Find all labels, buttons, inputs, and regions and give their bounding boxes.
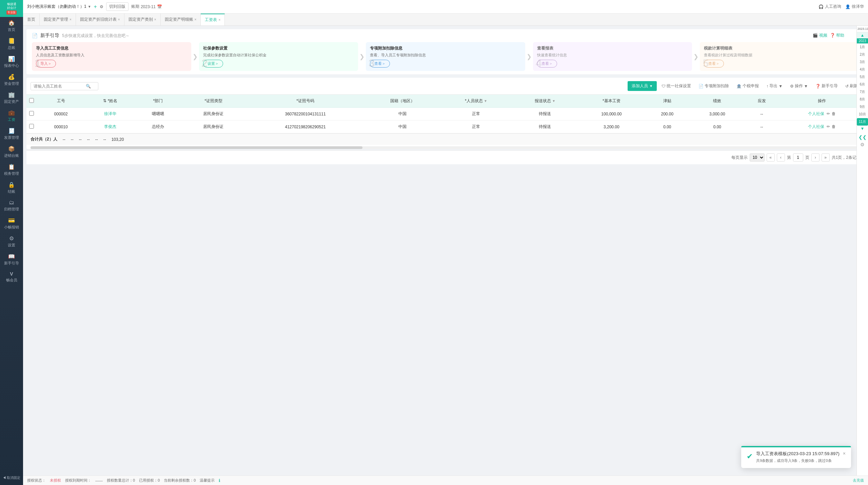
- sidebar-item-close[interactable]: 🔒 结账: [0, 179, 23, 197]
- step2-title: 社保参数设置: [203, 45, 354, 51]
- ledger-icon: 📒: [8, 38, 15, 44]
- table-row: 000010 李俊杰 总经办 居民身份证 412702198206290521: [26, 120, 434, 133]
- tab-close-icon[interactable]: ×: [218, 18, 220, 22]
- calendar-icon[interactable]: 📅: [157, 4, 162, 9]
- account-name: 刘小艳演示账套（勿删勿动！）1: [27, 4, 86, 10]
- td-nationality: 中国: [364, 108, 434, 120]
- tax-icon: 📋: [8, 164, 15, 170]
- sidebar-item-home[interactable]: 🏠 首页: [0, 17, 23, 35]
- sidebar-item-label: 税务管理: [4, 171, 19, 176]
- period-display: 账期 2023-11 📅: [131, 4, 162, 10]
- td-name: 李俊杰: [85, 120, 135, 133]
- td-checkbox: [26, 120, 37, 133]
- table-header-row: 工号 ⇅ *姓名 *部门 *证照类型 *证照号码: [26, 95, 434, 108]
- settings-btn[interactable]: ⚙: [100, 4, 103, 9]
- topbar: 刘小艳演示账套（勿删勿动！）1 ▼ + ⚙ 切到旧版 账期 2023-11 📅 …: [23, 0, 434, 14]
- funds-icon: 💰: [8, 74, 15, 80]
- sidebar-item-expense2[interactable]: 💳 小畅报销: [0, 214, 23, 232]
- wizard-title-icon: 📄: [32, 33, 38, 38]
- sidebar-item-label: 资金管理: [4, 81, 19, 86]
- tab-close-icon[interactable]: ×: [195, 18, 197, 21]
- th-id-type: *证照类型: [180, 95, 246, 108]
- sidebar-item-settings[interactable]: ⚙ 设置: [0, 232, 23, 242]
- reports-icon: 📊: [8, 56, 15, 62]
- archive-icon: 🗂: [9, 200, 14, 206]
- step3-title: 专项附加扣除信息: [370, 45, 434, 51]
- tab-depreciation[interactable]: 固定资产折旧统计表 ×: [76, 14, 124, 26]
- sidebar-item-tax[interactable]: 📋 税务管理: [0, 161, 23, 179]
- add-account-btn[interactable]: +: [94, 4, 97, 10]
- summary-value: 103,20: [112, 137, 124, 142]
- tab-close-icon[interactable]: ×: [154, 18, 156, 21]
- tab-close-icon[interactable]: ×: [118, 18, 120, 21]
- search-icon[interactable]: 🔍: [86, 84, 91, 89]
- sidebar-item-assets[interactable]: 🏢 固定资产: [0, 89, 23, 107]
- wizard-title-text: 新手引导: [40, 33, 59, 39]
- sidebar-item-reports[interactable]: 📊 报表中心: [0, 53, 23, 71]
- summary-dash2: --: [71, 137, 74, 142]
- switch-version-btn[interactable]: 切到旧版: [106, 2, 129, 11]
- sidebar-item-funds[interactable]: 💰 资金管理: [0, 71, 23, 89]
- td-id-type: 居民身份证: [180, 108, 246, 120]
- td-id-no: 412702198206290521: [246, 120, 364, 133]
- sidebar-item-label: 首页: [8, 27, 15, 32]
- table-footer: 合计共（2）人 -- -- -- -- -- -- 103,20: [26, 133, 434, 145]
- select-all-checkbox[interactable]: [29, 98, 34, 103]
- tab-asset-detail[interactable]: 固定资产明细账 ×: [161, 14, 201, 26]
- td-emp-id: 000010: [37, 120, 85, 133]
- summary-dash4: --: [87, 137, 90, 142]
- th-nationality: 国籍（地区）: [364, 95, 434, 108]
- account-selector[interactable]: 刘小艳演示账套（勿删勿动！）1 ▼: [27, 4, 91, 10]
- tab-fixed-assets[interactable]: 固定资产管理 ×: [40, 14, 76, 26]
- pagination: 每页显示 10 20 50 « ‹ 第 页 › » 共1页，2条记录: [26, 150, 434, 164]
- sidebar-item-ledger[interactable]: 📒 总账: [0, 35, 23, 53]
- td-checkbox: [26, 108, 37, 120]
- sort-icon: ⇅: [103, 98, 106, 103]
- td-dept: 嗯嗯嗯: [135, 108, 180, 120]
- td-id-type: 居民身份证: [180, 120, 246, 133]
- close-period-icon: 🔒: [8, 182, 15, 188]
- table-row: 000002 徐泽华 嗯嗯嗯 居民身份证 360782200104131111: [26, 108, 434, 120]
- sidebar-item-label: 发票管理: [4, 135, 19, 140]
- sidebar-item-label: 固定资产: [4, 99, 19, 104]
- expense2-icon: 💳: [8, 217, 15, 224]
- th-dept: *部门: [135, 95, 180, 108]
- search-input[interactable]: [34, 84, 84, 89]
- sidebar-item-archive[interactable]: 🗂 归档管理: [0, 197, 23, 214]
- wizard-banner: 📄 新手引导 5步快速完成设置，快去完善信息吧～ 🎬 视频 ❓ 帮助 × 导入员…: [26, 29, 434, 74]
- step1-title: 导入员工工资信息: [36, 45, 187, 51]
- sidebar-item-invoice[interactable]: 🧾 发票管理: [0, 125, 23, 143]
- sidebar-item-inventory[interactable]: 📦 进销台账: [0, 143, 23, 161]
- tab-home[interactable]: 首页: [23, 14, 40, 26]
- sidebar-item-payroll[interactable]: 💼 工资: [0, 107, 23, 125]
- account-dropdown-icon: ▼: [88, 5, 91, 8]
- invoice-icon: 🧾: [8, 128, 15, 134]
- app-logo[interactable]: 畅捷通 好会计 专业版: [0, 0, 23, 17]
- search-wrap: 🔍: [31, 82, 98, 90]
- employee-table: 工号 ⇅ *姓名 *部门 *证照类型 *证照号码: [26, 95, 434, 133]
- inventory-icon: 📦: [8, 146, 15, 152]
- tab-bar: 首页 固定资产管理 × 固定资产折旧统计表 × 固定资产类别 × 固定资产明细账…: [23, 14, 434, 26]
- step3-desc: 查看、导入员工专项附加扣除信息: [370, 53, 434, 58]
- employee-name-link[interactable]: 徐泽华: [104, 111, 116, 116]
- wizard-steps: 导入员工工资信息 人员信息及工资数据新增导入 导入＞ 1 ❯ 社保参数设置 完成…: [32, 42, 434, 71]
- summary-dash1: --: [63, 137, 65, 142]
- table-summary: 合计共（2）人 -- -- -- -- -- -- 103,20: [31, 136, 124, 142]
- tab-close-icon[interactable]: ×: [70, 18, 72, 21]
- row-checkbox[interactable]: [29, 111, 34, 116]
- tab-payroll[interactable]: 工资表 ×: [201, 14, 225, 26]
- employee-name-link[interactable]: 李俊杰: [104, 124, 116, 129]
- wizard-step-2: 社保参数设置 完成社保参数设置自动计算社保公积金 设置＞ 2: [199, 42, 358, 71]
- row-checkbox[interactable]: [29, 124, 34, 129]
- wizard-subtitle: 5步快速完成设置，快去完善信息吧～: [62, 33, 130, 39]
- th-name[interactable]: ⇅ *姓名: [85, 95, 135, 108]
- sidebar-item-label: 总账: [8, 45, 15, 50]
- period-value: 2023-11: [141, 4, 156, 9]
- assets-icon: 🏢: [8, 92, 15, 98]
- wizard-title: 📄 新手引导 5步快速完成设置，快去完善信息吧～: [32, 33, 434, 39]
- tab-asset-category[interactable]: 固定资产类别 ×: [124, 14, 161, 26]
- main-content: 📄 新手引导 5步快速完成设置，快去完善信息吧～ 🎬 视频 ❓ 帮助 × 导入员…: [23, 26, 434, 242]
- step2-desc: 完成社保参数设置自动计算社保公积金: [203, 53, 354, 58]
- sidebar-item-label: 报表中心: [4, 63, 19, 68]
- th-id-no: *证照号码: [246, 95, 364, 108]
